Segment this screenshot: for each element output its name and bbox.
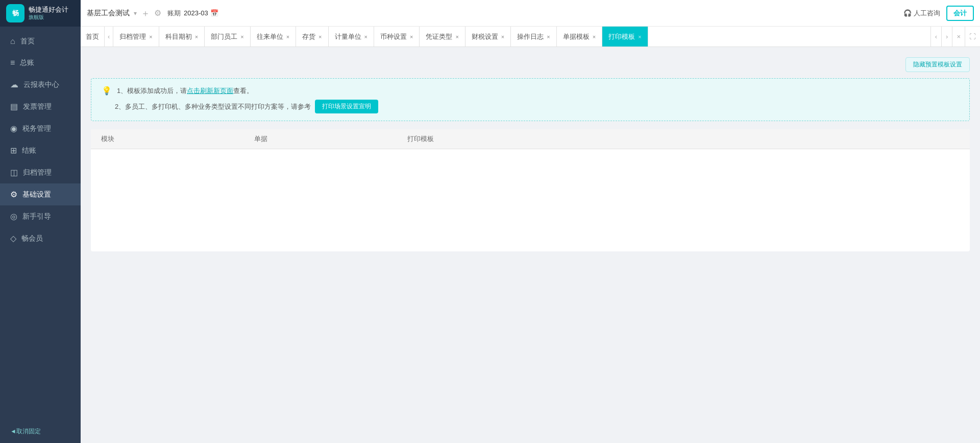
- sidebar-item-close[interactable]: ⊞ 结账: [0, 139, 81, 161]
- add-tab-button[interactable]: ＋: [141, 7, 150, 19]
- logo-icon: 畅: [6, 4, 24, 22]
- tab-close-all-button[interactable]: ×: [952, 27, 965, 47]
- sidebar-item-member[interactable]: ◇ 畅会员: [0, 227, 81, 249]
- tab-label: 科目期初: [165, 32, 192, 41]
- tab-label: 往来单位: [257, 32, 283, 41]
- account-type-button[interactable]: 会计: [946, 6, 974, 21]
- tab-home[interactable]: 首页: [81, 27, 105, 47]
- member-icon: ◇: [10, 234, 16, 243]
- invoice-icon: ▤: [10, 102, 18, 111]
- app-edition: 旗舰版: [29, 14, 68, 21]
- tab-close-icon[interactable]: ×: [501, 34, 504, 40]
- calendar-icon[interactable]: 📅: [210, 9, 218, 17]
- hide-preview-button[interactable]: 隐藏预置模板设置: [905, 57, 970, 72]
- tab-close-icon[interactable]: ×: [364, 34, 368, 40]
- sidebar-item-label: 发票管理: [23, 102, 52, 111]
- sidebar-item-ledger[interactable]: ≡ 总账: [0, 52, 81, 74]
- info-line2-prefix: 2、多员工、多打印机、多种业务类型设置不同打印方案等，请参考: [115, 102, 311, 111]
- sidebar-item-guide[interactable]: ◎ 新手引导: [0, 205, 81, 227]
- tab-close-icon[interactable]: ×: [240, 34, 243, 40]
- sidebar-item-label: 首页: [20, 37, 35, 46]
- unpin-button[interactable]: ◄取消固定: [0, 420, 81, 443]
- tab-prev-button[interactable]: ‹: [105, 27, 113, 47]
- app-logo: 畅 畅捷通好会计 旗舰版: [0, 0, 81, 27]
- tab-unit[interactable]: 计量单位 ×: [329, 27, 374, 47]
- settings-gear-icon[interactable]: ⚙: [154, 8, 161, 18]
- topbar: 基层工会测试 ▾ ＋ ⚙ 账期 2023-03 📅 🎧 人工咨询 会计: [81, 0, 980, 27]
- tab-department[interactable]: 部门员工 ×: [205, 27, 250, 47]
- sidebar-item-label: 畅会员: [21, 234, 43, 243]
- service-button[interactable]: 🎧 人工咨询: [903, 9, 940, 18]
- tabbar: 首页 ‹ 归档管理 × 科目期初 × 部门员工 × 往来单位 × 存货 × 计量…: [81, 27, 980, 47]
- guide-icon: ◎: [10, 212, 17, 221]
- col-template: 打印模板: [407, 134, 960, 144]
- home-icon: ⌂: [10, 37, 15, 46]
- tab-voucher-template[interactable]: 单据模板 ×: [557, 27, 602, 47]
- sidebar-item-settings[interactable]: ⚙ 基础设置: [0, 183, 81, 205]
- info-line1-prefix: 1、模板添加成功后，请: [117, 86, 187, 96]
- sidebar-item-home[interactable]: ⌂ 首页: [0, 31, 81, 52]
- tab-close-icon[interactable]: ×: [455, 34, 458, 40]
- tab-close-icon[interactable]: ×: [410, 34, 413, 40]
- sidebar-item-label: 归档管理: [23, 168, 52, 177]
- sidebar-item-label: 结账: [22, 146, 36, 155]
- service-label: 人工咨询: [914, 9, 940, 18]
- headset-icon: 🎧: [903, 9, 912, 17]
- col-module: 模块: [101, 134, 254, 144]
- home-tab-label: 首页: [86, 32, 99, 41]
- tab-fullscreen-button[interactable]: ⛶: [965, 27, 980, 47]
- tab-archive[interactable]: 归档管理 ×: [113, 27, 159, 47]
- tab-label: 凭证类型: [426, 32, 452, 41]
- hide-preview-section: 隐藏预置模板设置: [91, 57, 970, 72]
- sidebar-nav: ⌂ 首页 ≡ 总账 ☁ 云报表中心 ▤ 发票管理 ◉ 税务管理 ⊞ 结账 ◫ 归…: [0, 27, 81, 420]
- tab-close-icon[interactable]: ×: [149, 34, 152, 40]
- explain-button[interactable]: 打印场景设置宣明: [315, 100, 378, 113]
- tab-close-icon[interactable]: ×: [593, 34, 596, 40]
- tab-currency[interactable]: 币种设置 ×: [374, 27, 420, 47]
- tab-label: 存货: [302, 32, 315, 41]
- topbar-right: 🎧 人工咨询 会计: [903, 6, 974, 21]
- col-voucher: 单据: [254, 134, 407, 144]
- tab-tax-settings[interactable]: 财税设置 ×: [465, 27, 511, 47]
- tab-close-icon[interactable]: ×: [195, 34, 198, 40]
- tab-subjects[interactable]: 科目期初 ×: [159, 27, 205, 47]
- period-label: 账期: [167, 9, 181, 18]
- sidebar-item-tax[interactable]: ◉ 税务管理: [0, 118, 81, 139]
- print-template-table: 模块 单据 打印模板: [91, 129, 970, 251]
- unpin-label: ◄取消固定: [10, 427, 41, 436]
- tab-scroll-right-button[interactable]: ›: [941, 27, 952, 47]
- settings-icon: ⚙: [10, 190, 17, 199]
- table-header: 模块 单据 打印模板: [91, 129, 970, 149]
- sidebar-item-reports[interactable]: ☁ 云报表中心: [0, 74, 81, 96]
- tab-close-icon[interactable]: ×: [638, 34, 641, 40]
- tab-label: 归档管理: [119, 32, 146, 41]
- sidebar-item-invoice[interactable]: ▤ 发票管理: [0, 96, 81, 118]
- tab-label: 财税设置: [472, 32, 498, 41]
- sidebar-item-label: 新手引导: [22, 212, 51, 221]
- main-content: 隐藏预置模板设置 💡 1、模板添加成功后，请 点击刷新新页面 查看。 2、多员工…: [81, 47, 980, 443]
- close-account-icon: ⊞: [10, 146, 17, 155]
- tab-scroll-left-button[interactable]: ‹: [930, 27, 941, 47]
- tab-label: 操作日志: [517, 32, 544, 41]
- info-row-2: 2、多员工、多打印机、多种业务类型设置不同打印方案等，请参考 打印场景设置宣明: [102, 100, 959, 113]
- app-name: 畅捷通好会计: [29, 6, 68, 14]
- tab-print-template[interactable]: 打印模板 ×: [602, 27, 648, 47]
- sidebar-item-label: 基础设置: [22, 190, 51, 199]
- tab-label: 部门员工: [211, 32, 237, 41]
- tab-close-icon[interactable]: ×: [286, 34, 289, 40]
- info-refresh-link[interactable]: 点击刷新新页面: [187, 86, 233, 96]
- bulb-icon: 💡: [102, 86, 112, 96]
- period-value: 2023-03: [184, 9, 208, 17]
- tab-inventory[interactable]: 存货 ×: [296, 27, 328, 47]
- tab-actions: ‹ › × ⛶: [930, 27, 980, 47]
- tab-close-icon[interactable]: ×: [547, 34, 550, 40]
- table-body: [91, 149, 970, 251]
- tab-voucher-type[interactable]: 凭证类型 ×: [420, 27, 465, 47]
- ledger-icon: ≡: [10, 58, 15, 67]
- sidebar-item-archive[interactable]: ◫ 归档管理: [0, 161, 81, 183]
- tab-operation-log[interactable]: 操作日志 ×: [511, 27, 556, 47]
- company-dropdown-icon[interactable]: ▾: [134, 10, 137, 17]
- tab-contacts[interactable]: 往来单位 ×: [251, 27, 296, 47]
- sidebar-item-label: 总账: [20, 58, 34, 67]
- tab-close-icon[interactable]: ×: [318, 34, 322, 40]
